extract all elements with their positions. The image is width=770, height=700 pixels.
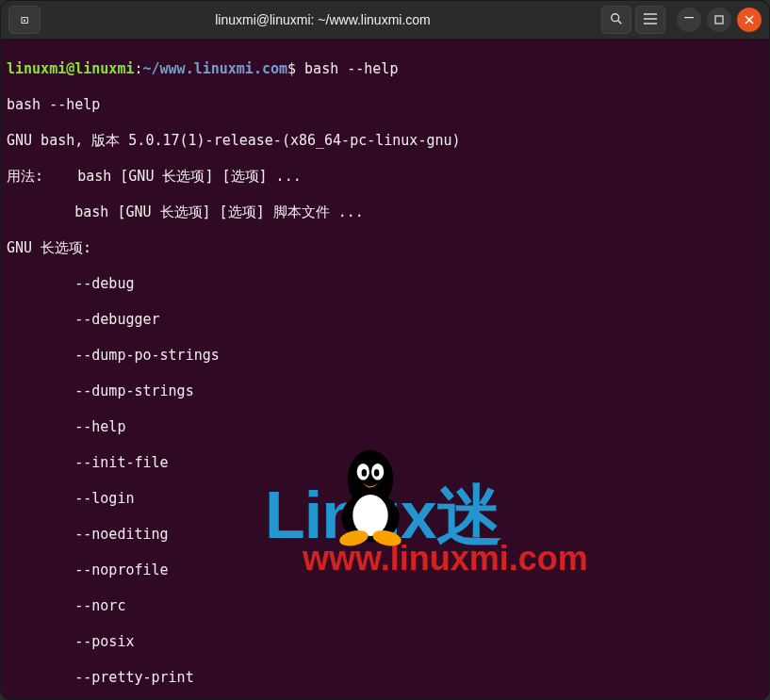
terminal-output: GNU 长选项: (7, 239, 763, 257)
menu-button[interactable] (635, 6, 665, 34)
maximize-button[interactable] (707, 8, 731, 32)
terminal-line: linuxmi@linuxmi:~/www.linuxmi.com$ bash … (7, 60, 763, 78)
terminal-window: ⊡ linuxmi@linuxmi: ~/www.linuxmi.com – (0, 0, 770, 700)
terminal-output: --pretty-print (7, 669, 763, 687)
svg-point-0 (612, 13, 619, 21)
minimize-button[interactable]: – (677, 8, 701, 32)
terminal-output: --login (7, 490, 763, 508)
prompt-path: ~/www.linuxmi.com (143, 60, 288, 77)
terminal-output: --posix (7, 633, 763, 651)
prompt-user: linuxmi@linuxmi (7, 60, 134, 77)
terminal-output: --dump-po-strings (7, 347, 763, 365)
terminal-output: bash [GNU 长选项] [选项] 脚本文件 ... (7, 203, 763, 221)
prompt-colon: : (134, 60, 142, 77)
terminal-output: --help (7, 418, 763, 436)
prompt-symbol: $ (287, 60, 296, 77)
terminal-output: --debugger (7, 311, 763, 329)
window-title: linuxmi@linuxmi: ~/www.linuxmi.com (44, 12, 601, 27)
svg-line-1 (618, 20, 622, 24)
terminal-output: --noprofile (7, 562, 763, 579)
terminal-output: --dump-strings (7, 383, 763, 400)
close-icon (745, 12, 754, 27)
close-button[interactable] (737, 8, 762, 32)
terminal-output: --noediting (7, 526, 763, 544)
svg-rect-5 (715, 16, 723, 24)
terminal-output: --init-file (7, 454, 763, 472)
new-tab-button[interactable]: ⊡ (8, 6, 41, 34)
hamburger-icon (644, 12, 657, 27)
terminal-output: --norc (7, 597, 763, 615)
watermark-text: Linux迷 (265, 507, 588, 525)
new-tab-icon: ⊡ (21, 12, 28, 27)
maximize-icon (714, 13, 724, 27)
terminal-output: 用法: bash [GNU 长选项] [选项] ... (7, 168, 763, 186)
terminal-output: bash --help (7, 96, 763, 114)
command-text: bash --help (304, 60, 398, 77)
search-button[interactable] (601, 6, 631, 34)
tux-icon (260, 425, 345, 529)
titlebar: ⊡ linuxmi@linuxmi: ~/www.linuxmi.com – (1, 1, 769, 39)
terminal-output: --debug (7, 275, 763, 293)
terminal-body[interactable]: linuxmi@linuxmi:~/www.linuxmi.com$ bash … (1, 39, 769, 699)
terminal-output: GNU bash, 版本 5.0.17(1)-release-(x86_64-p… (7, 132, 763, 150)
search-icon (610, 12, 623, 28)
